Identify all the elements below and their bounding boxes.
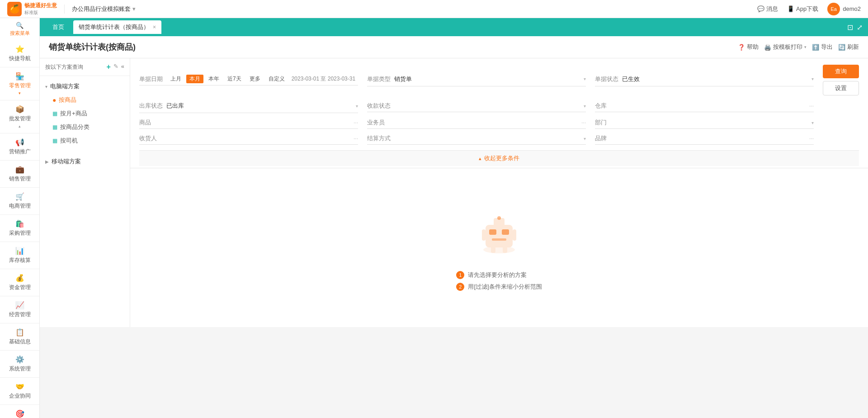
collapse-panel-btn[interactable]: «	[121, 63, 124, 71]
svg-rect-8	[513, 229, 516, 241]
doc-type-field: 单据类型 销货单 ▾	[367, 74, 586, 86]
app-download-btn[interactable]: 📱 App下载	[787, 5, 818, 13]
date-tab-7days[interactable]: 近7天	[224, 75, 245, 83]
tree-item-by-product[interactable]: ● 按商品	[40, 93, 130, 107]
date-tab-this-year[interactable]: 本年	[205, 75, 222, 83]
warehouse-dots-icon[interactable]: ···	[809, 103, 814, 109]
query-button[interactable]: 查询	[823, 65, 859, 78]
receive-status-field: 收款状态 ▾	[367, 102, 586, 112]
empty-icon	[472, 204, 526, 260]
logo: 🍊 畅捷通好生意 标准版	[7, 2, 57, 16]
doc-type-arrow-icon[interactable]: ▾	[584, 76, 586, 81]
consignee-dots-icon[interactable]: ···	[354, 135, 358, 142]
left-panel-header: 按以下方案查询 + ✎ «	[40, 58, 130, 76]
page-content: 销货单统计计表(按商品) ❓ 帮助 🖨️ 按模板打印 ▾ ⬆️ 导出	[40, 36, 868, 418]
salesperson-dots-icon[interactable]: ···	[581, 119, 586, 126]
logo-text: 畅捷通好生意 标准版	[24, 2, 57, 16]
out-status-field: 出库状态 已出库 ▾	[139, 101, 358, 113]
edit-scheme-btn[interactable]: ✎	[113, 63, 118, 71]
tree-desktop-label[interactable]: ▾ 电脑端方案	[40, 80, 130, 93]
empty-tip-1: 1 请先选择要分析的方案	[456, 271, 542, 279]
topbar-divider	[64, 5, 65, 14]
filter-row-4: 收货人 ··· 结算方式 ▾ 品牌	[139, 134, 859, 145]
left-panel: 按以下方案查询 + ✎ « ▾ 电脑端方案 ●	[40, 58, 130, 327]
doc-status-arrow-icon[interactable]: ▾	[811, 76, 814, 81]
retail-icon: 🏪	[15, 72, 24, 81]
tree-item-by-driver[interactable]: ▦ 按司机	[40, 134, 130, 147]
empty-tip-2: 2 用[过滤]条件来缩小分析范围	[456, 283, 542, 291]
refresh-btn[interactable]: 🔄 刷新	[838, 43, 859, 51]
date-tab-custom[interactable]: 自定义	[265, 75, 288, 83]
collapse-filters-btn[interactable]: ▴ 收起更多条件	[139, 150, 859, 166]
refresh-icon: 🔄	[838, 44, 845, 51]
date-field: 单据日期 上月 本月 本年 近7天 更多 自定义 2023-03-01 至 20…	[139, 75, 358, 86]
print-icon: 🖨️	[764, 44, 771, 51]
message-btn[interactable]: 💬 消息	[757, 5, 778, 13]
sidebar-item-operation[interactable]: 📈 经营管理	[0, 296, 39, 323]
settings-button[interactable]: 设置	[823, 81, 859, 95]
tree-mobile-label[interactable]: ▶ 移动端方案	[40, 155, 130, 168]
add-scheme-btn[interactable]: +	[106, 63, 110, 71]
sidebar-shortcut[interactable]: ⭐ 快捷导航	[0, 40, 39, 67]
sidebar-item-guide[interactable]: 🎯 新手引导	[0, 405, 39, 418]
app-icon: 📱	[787, 5, 794, 12]
chevron-down-icon: ▾	[19, 91, 21, 95]
user-avatar[interactable]: Ea demo2	[827, 3, 861, 15]
brand-dots-icon[interactable]: ···	[809, 135, 814, 142]
sidebar-item-basic[interactable]: 📋 基础信息	[0, 323, 39, 351]
tab-bar: 首页 销货单统计计表（按商品） × ⊡ ⤢	[40, 18, 868, 36]
date-tab-this-month[interactable]: 本月	[186, 75, 203, 83]
sidebar-item-marketing[interactable]: 📢 营销推广	[0, 133, 39, 161]
shortcut-icon: ⭐	[15, 45, 24, 53]
sidebar-item-retail[interactable]: 🏪 零售管理 ▾	[0, 67, 39, 100]
filter-row-3: 商品 ··· 业务员 ··· 部门	[139, 119, 859, 129]
empty-tips: 1 请先选择要分析的方案 2 用[过滤]条件来缩小分析范围	[456, 271, 542, 291]
tab-home[interactable]: 首页	[45, 20, 71, 34]
svg-rect-1	[486, 225, 513, 247]
filter-row-2: 出库状态 已出库 ▾ 收款状态 ▾ 仓库	[139, 101, 859, 113]
date-tab-more[interactable]: 更多	[246, 75, 264, 83]
export-btn[interactable]: ⬆️ 导出	[812, 43, 833, 51]
filter-panel: 单据日期 上月 本月 本年 近7天 更多 自定义 2023-03-01 至 20…	[130, 58, 868, 168]
topbar-right: 💬 消息 📱 App下载 Ea demo2	[757, 3, 861, 15]
help-btn[interactable]: ❓ 帮助	[738, 43, 759, 51]
help-icon: ❓	[738, 44, 745, 51]
marketing-icon: 📢	[15, 138, 24, 147]
tree-item-by-month-product[interactable]: ▦ 按月+商品	[40, 107, 130, 120]
tab-close-icon[interactable]: ×	[153, 24, 156, 30]
system-icon: ⚙️	[15, 355, 24, 364]
tab-minimize-icon[interactable]: ⊡	[847, 23, 853, 32]
industry-selector[interactable]: 办公用品行业模拟账套 ▾	[72, 5, 136, 13]
tab-maximize-icon[interactable]: ⤢	[857, 23, 863, 32]
sidebar-item-sales[interactable]: 💼 销售管理	[0, 161, 39, 188]
finance-icon: 💰	[15, 274, 24, 282]
product-dots-icon[interactable]: ···	[354, 119, 358, 126]
sidebar-item-enterprise[interactable]: 🤝 企业协同	[0, 378, 39, 405]
out-status-arrow-icon[interactable]: ▾	[356, 104, 358, 109]
ecommerce-icon: 🛒	[15, 192, 24, 201]
sidebar-item-wholesale[interactable]: 📦 批发管理 ▴	[0, 100, 39, 133]
date-tab-last-month[interactable]: 上月	[167, 75, 184, 83]
tab-active[interactable]: 销货单统计计表（按商品） ×	[73, 20, 161, 34]
svg-rect-3	[502, 229, 509, 235]
product-field: 商品 ···	[139, 119, 358, 129]
tab-bar-right: ⊡ ⤢	[847, 23, 863, 32]
sidebar-search[interactable]: 🔍 搜索菜单	[0, 18, 39, 40]
svg-rect-2	[489, 229, 496, 235]
page-actions: ❓ 帮助 🖨️ 按模板打印 ▾ ⬆️ 导出 🔄 刷新	[738, 43, 859, 51]
payment-arrow-icon[interactable]: ▾	[584, 136, 586, 141]
sidebar-item-ecommerce[interactable]: 🛒 电商管理	[0, 188, 39, 215]
tree-desktop: ▾ 电脑端方案 ● 按商品 ▦ 按月+商品 ▦	[40, 76, 130, 151]
sidebar-item-finance[interactable]: 💰 资金管理	[0, 269, 39, 296]
tree-item-by-category[interactable]: ▦ 按商品分类	[40, 120, 130, 134]
sidebar-item-system[interactable]: ⚙️ 系统管理	[0, 351, 39, 378]
sidebar-item-inventory[interactable]: 📊 库存核算	[0, 242, 39, 269]
receive-status-arrow-icon[interactable]: ▾	[584, 104, 586, 109]
empty-state: 1 请先选择要分析的方案 2 用[过滤]条件来缩小分析范围	[130, 168, 868, 327]
main-content: 按以下方案查询 + ✎ « ▾ 电脑端方案 ●	[40, 58, 868, 327]
department-arrow-icon[interactable]: ▾	[811, 120, 814, 125]
print-btn[interactable]: 🖨️ 按模板打印 ▾	[764, 43, 807, 51]
sales-icon: 💼	[15, 165, 24, 174]
sidebar-item-purchase[interactable]: 🛍️ 采购管理	[0, 215, 39, 242]
right-content: 单据日期 上月 本月 本年 近7天 更多 自定义 2023-03-01 至 20…	[130, 58, 868, 327]
